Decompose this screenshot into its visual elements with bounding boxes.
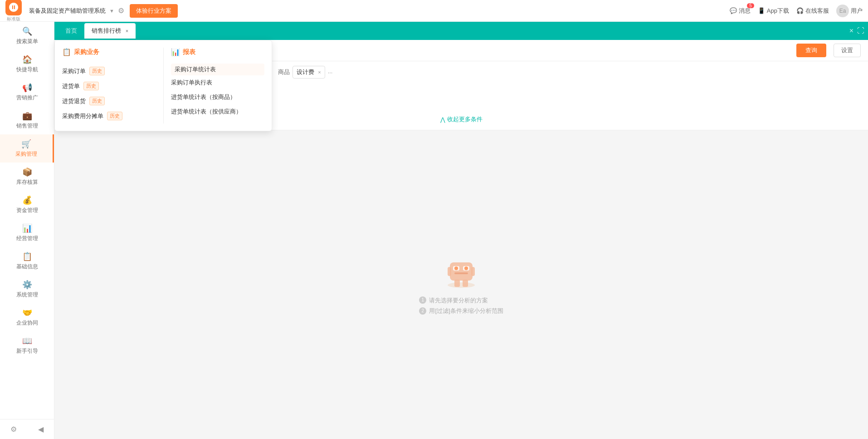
goods-more-icon[interactable]: ··· <box>328 69 333 76</box>
settings-icon[interactable]: ⚙ <box>118 6 124 15</box>
industry-btn[interactable]: 体验行业方案 <box>130 4 178 18</box>
svg-point-9 <box>454 266 458 270</box>
sidebar-item-finance[interactable]: 💰 资金管理 <box>0 191 54 219</box>
app-container: 标准版 装备及固定资产辅助管理系统 ▼ ⚙ 体验行业方案 💬 消息 5 📱 Ap… <box>0 0 868 439</box>
title-dropdown-icon[interactable]: ▼ <box>109 8 114 14</box>
online-service-btn[interactable]: 🎧 在线客服 <box>796 7 829 15</box>
report-order-stat-item[interactable]: 采购订单统计表 <box>171 64 265 75</box>
sidebar-item-purchase[interactable]: 🛒 采购管理 <box>0 134 54 163</box>
report-receipt-goods-item[interactable]: 进货单统计表（按商品） <box>171 90 265 104</box>
sidebar-item-cooperation[interactable]: 🤝 企业协同 <box>0 303 54 331</box>
sidebar-label-search: 搜索菜单 <box>16 38 38 45</box>
tab-sales-rank-label: 销售排行榜 <box>92 27 121 34</box>
svg-rect-8 <box>463 280 468 287</box>
sidebar-item-guide[interactable]: 📖 新手引导 <box>0 331 54 360</box>
user-label: 用户 <box>851 7 863 15</box>
report-order-exec-item[interactable]: 采购订单执行表 <box>171 75 265 90</box>
tab-home[interactable]: 首页 <box>58 23 84 39</box>
purchase-expense-item[interactable]: 采购费用分摊单 历史 <box>62 109 156 123</box>
svg-rect-6 <box>471 267 475 276</box>
svg-point-10 <box>464 266 468 270</box>
message-btn[interactable]: 💬 消息 5 <box>730 7 751 15</box>
purchase-expense-history[interactable]: 历史 <box>107 112 122 120</box>
empty-state: 1 请先选择要分析的方案 2 用[过滤]条件来缩小分析范围 <box>419 253 503 316</box>
tab-bar: 首页 销售排行榜 × × ⛶ <box>54 22 868 40</box>
tab-close-icon[interactable]: × <box>126 28 128 34</box>
purchase-return-history[interactable]: 历史 <box>89 97 105 105</box>
sidebar-settings-icon[interactable]: ⚙ <box>10 425 17 434</box>
svg-point-0 <box>448 282 475 288</box>
collapse-btn[interactable]: ⋀ 收起更多条件 <box>440 115 483 123</box>
sidebar-label-purchase: 采购管理 <box>15 150 37 158</box>
report-col-label: 报表 <box>183 48 195 56</box>
goods-tag-close[interactable]: × <box>318 69 321 75</box>
sidebar-item-basic[interactable]: 📋 基础信息 <box>0 247 54 275</box>
purchase-order-item[interactable]: 采购订单 历史 <box>62 64 156 79</box>
home-icon: 🏠 <box>22 54 32 64</box>
collapse-up-icon: ⋀ <box>440 116 445 123</box>
purchase-receipt-label: 进货单 <box>62 82 80 90</box>
report-order-exec-label: 采购订单执行表 <box>171 79 212 87</box>
search-btn[interactable]: 查询 <box>796 44 826 57</box>
sidebar-label-inventory: 库存核算 <box>16 178 38 186</box>
guide-icon: 📖 <box>22 336 32 346</box>
sidebar-label-operation: 经营管理 <box>16 235 38 242</box>
tab-close-action[interactable]: × <box>849 27 853 35</box>
sidebar-collapse-icon[interactable]: ◀ <box>38 425 44 434</box>
tab-fullscreen-icon[interactable]: ⛶ <box>857 27 864 35</box>
dropdown-divider <box>163 48 164 123</box>
sidebar-label-sales: 销售管理 <box>16 122 38 130</box>
svg-rect-5 <box>448 267 451 276</box>
sidebar-bottom: ⚙ ◀ <box>0 419 54 439</box>
user-initial: Ea <box>839 8 846 14</box>
app-download-btn[interactable]: 📱 App下载 <box>758 7 789 15</box>
report-col: 📊 报表 采购订单统计表 采购订单执行表 进货单统计表（按商品） 进货单统计表（… <box>171 48 265 123</box>
purchase-return-item[interactable]: 进货退货 历史 <box>62 94 156 109</box>
hint1-text: 请先选择要分析的方案 <box>429 295 488 306</box>
sidebar-item-operation[interactable]: 📊 经营管理 <box>0 219 54 247</box>
avatar: Ea <box>836 5 849 17</box>
sidebar-label-system: 系统管理 <box>16 291 38 299</box>
purchase-receipt-history[interactable]: 历史 <box>83 82 99 90</box>
purchase-order-label: 采购订单 <box>62 67 86 75</box>
user-btn[interactable]: Ea 用户 <box>836 5 863 17</box>
phone-icon: 📱 <box>758 7 765 14</box>
sidebar-label-home: 快捷导航 <box>16 66 38 74</box>
sidebar-item-inventory[interactable]: 📦 库存核算 <box>0 163 54 191</box>
settings-btn[interactable]: 设置 <box>834 44 861 57</box>
report-col-icon: 📊 <box>171 48 180 56</box>
sidebar-item-search[interactable]: 🔍 搜索菜单 <box>0 22 54 50</box>
report-receipt-supplier-item[interactable]: 进货单统计表（按供应商） <box>171 104 265 119</box>
sidebar-item-home[interactable]: 🏠 快捷导航 <box>0 50 54 78</box>
report-receipt-goods-label: 进货单统计表（按商品） <box>171 93 236 101</box>
purchase-col-icon: 📋 <box>62 48 71 56</box>
logo-icon <box>5 0 22 15</box>
basic-icon: 📋 <box>22 252 32 261</box>
tab-sales-rank[interactable]: 销售排行榜 × <box>84 23 136 39</box>
logo-area[interactable]: 标准版 <box>5 0 22 22</box>
content-body: 1 请先选择要分析的方案 2 用[过滤]条件来缩小分析范围 <box>54 130 868 439</box>
purchase-return-label: 进货退货 <box>62 97 86 105</box>
finance-icon: 💰 <box>22 195 32 205</box>
report-order-stat-label: 采购订单统计表 <box>175 65 216 74</box>
sidebar-label-guide: 新手引导 <box>16 347 38 355</box>
step1-num: 1 <box>419 296 426 304</box>
purchase-dropdown: 📋 采购业务 采购订单 历史 进货单 历史 进货退货 历史 采购费用分摊单 历史 <box>54 40 272 131</box>
purchase-expense-label: 采购费用分摊单 <box>62 112 103 120</box>
purchase-col-label: 采购业务 <box>74 48 99 56</box>
goods-filter: 商品 设计费 × ··· <box>278 66 332 79</box>
svg-rect-1 <box>450 262 473 281</box>
online-service-label: 在线客服 <box>805 7 829 15</box>
sidebar-item-system[interactable]: ⚙️ 系统管理 <box>0 275 54 303</box>
purchase-icon: 🛒 <box>21 139 31 149</box>
top-bar: 标准版 装备及固定资产辅助管理系统 ▼ ⚙ 体验行业方案 💬 消息 5 📱 Ap… <box>0 0 868 22</box>
sidebar-item-marketing[interactable]: 📢 营销推广 <box>0 78 54 106</box>
app-download-label: App下载 <box>767 7 789 15</box>
cooperation-icon: 🤝 <box>22 308 32 318</box>
purchase-order-history[interactable]: 历史 <box>89 67 105 75</box>
sales-icon: 💼 <box>22 111 32 121</box>
message-badge: 5 <box>747 3 754 8</box>
sidebar: 🔍 搜索菜单 🏠 快捷导航 📢 营销推广 💼 销售管理 🛒 采购管理 📦 <box>0 22 54 439</box>
purchase-receipt-item[interactable]: 进货单 历史 <box>62 79 156 94</box>
sidebar-item-sales[interactable]: 💼 销售管理 <box>0 106 54 134</box>
